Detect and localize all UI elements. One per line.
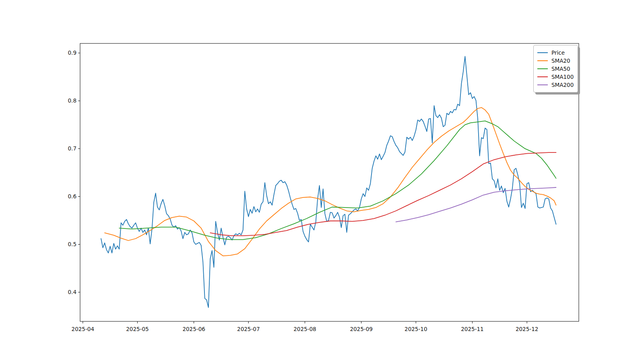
legend-label: Price (551, 49, 565, 57)
series-line-sma50 (119, 121, 556, 240)
series-line-price (101, 56, 556, 307)
legend-line-sample (537, 76, 548, 77)
y-tick-label: 0.7 (68, 145, 76, 152)
x-tick-label: 2025-11 (461, 326, 483, 332)
legend-label: SMA200 (551, 81, 574, 89)
x-tick-label: 2025-09 (350, 326, 372, 332)
legend-line-sample (537, 84, 548, 85)
y-tick-label: 0.8 (68, 97, 76, 104)
y-tick-label: 0.9 (68, 49, 76, 56)
series-line-sma100 (210, 152, 556, 236)
legend-label: SMA100 (551, 73, 574, 81)
y-tick-label: 0.4 (68, 289, 76, 295)
legend-line-sample (537, 60, 548, 61)
legend-entry-sma200: SMA200 (537, 81, 574, 89)
legend-label: SMA50 (551, 65, 570, 73)
legend: PriceSMA20SMA50SMA100SMA200 (533, 45, 578, 93)
legend-entry-sma100: SMA100 (537, 73, 574, 81)
series-line-sma20 (105, 107, 556, 256)
legend-line-sample (537, 52, 548, 53)
x-tick-label: 2025-06 (182, 326, 205, 332)
legend-entry-sma20: SMA20 (537, 57, 574, 65)
x-tick-label: 2025-10 (405, 326, 427, 332)
x-tick-label: 2025-12 (516, 326, 538, 332)
x-tick-label: 2025-08 (293, 326, 316, 332)
legend-label: SMA20 (551, 57, 570, 65)
x-tick-label: 2025-05 (126, 326, 149, 332)
legend-line-sample (537, 68, 548, 69)
x-tick-label: 2025-07 (237, 326, 260, 332)
legend-entry-sma50: SMA50 (537, 65, 574, 73)
chart-figure: 2025-042025-052025-062025-072025-082025-… (0, 0, 644, 362)
legend-entry-price: Price (537, 49, 574, 57)
plot-border (80, 43, 579, 321)
y-tick-label: 0.6 (68, 193, 76, 200)
y-tick-label: 0.5 (68, 241, 76, 247)
series-lines (101, 56, 556, 307)
x-tick-label: 2025-04 (72, 326, 94, 332)
series-line-sma200 (396, 187, 556, 222)
